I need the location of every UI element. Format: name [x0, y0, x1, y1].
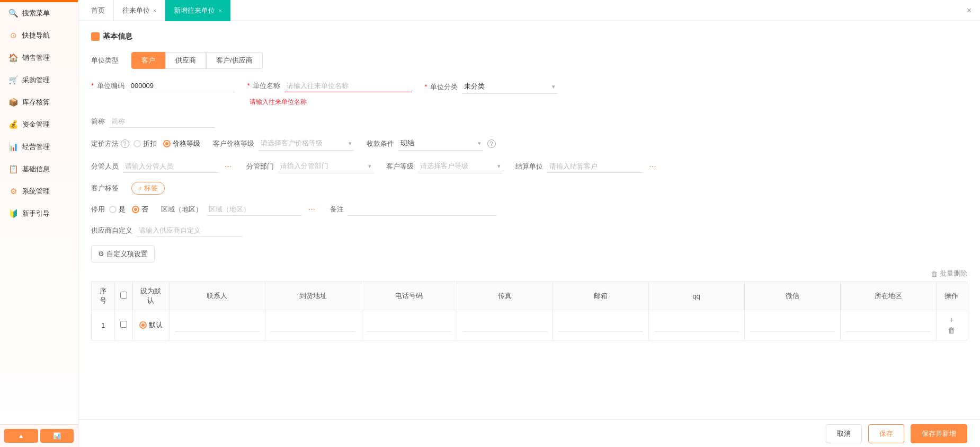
tag-add-btn[interactable]: + 标签 [131, 182, 165, 195]
window-close-btn[interactable]: × [963, 6, 976, 15]
remark-input[interactable] [348, 203, 496, 216]
main-area: 首页 往来单位 × 新增往来单位 × × 基本信息 单位类型 客户 供应商 客户… [78, 0, 980, 447]
tab-partners-close[interactable]: × [153, 7, 156, 14]
disabled-yes-radio[interactable] [109, 206, 117, 213]
tab-new-partner-close[interactable]: × [218, 7, 221, 14]
settlement-unit-more-btn[interactable]: ··· [647, 162, 658, 171]
sidebar-item-sales[interactable]: 🏠 销售管理 [0, 47, 78, 69]
pricing-discount-radio[interactable] [133, 140, 141, 147]
payment-terms-select[interactable]: 现结 ▾ [398, 136, 483, 151]
cell-contact[interactable] [169, 310, 265, 340]
sales-icon: 🏠 [8, 53, 18, 63]
sidebar-item-label: 快捷导航 [22, 31, 50, 40]
pricing-method-field: 定价方法 ? 折扣 价格等级 [91, 139, 200, 148]
sidebar-item-operations[interactable]: 📊 经营管理 [0, 136, 78, 158]
sidebar-collapse-btn[interactable]: ▲ [4, 429, 38, 443]
department-select[interactable]: 请输入分管部门 ▾ [278, 159, 373, 173]
short-name-input[interactable] [109, 115, 215, 128]
col-default: 设为默认 [133, 282, 169, 310]
tab-partners[interactable]: 往来单位 × [114, 0, 165, 21]
disabled-field: 停用 是 否 [91, 205, 148, 214]
cell-address[interactable] [265, 310, 361, 340]
cell-phone[interactable] [361, 310, 457, 340]
tab-home[interactable]: 首页 [83, 0, 114, 21]
payment-terms-help-icon[interactable]: ? [487, 139, 496, 148]
name-input[interactable] [284, 80, 412, 92]
disabled-no-option[interactable]: 否 [132, 205, 148, 214]
cell-wechat[interactable] [744, 310, 840, 340]
row-delete-btn[interactable]: 🗑 [946, 325, 957, 336]
region-field: 区域（地区） ··· [161, 203, 317, 216]
settlement-unit-input[interactable] [547, 160, 643, 173]
disabled-no-radio[interactable] [132, 206, 139, 213]
row-default-radio[interactable] [139, 321, 147, 329]
footer-bar: 取消 保存 保存并新增 [78, 419, 980, 447]
name-error-msg: 请输入往来单位名称 [250, 98, 307, 107]
fax-input[interactable] [462, 319, 547, 331]
customer-price-level-chevron-icon: ▾ [349, 140, 352, 147]
cell-region[interactable] [840, 310, 936, 340]
code-input[interactable] [129, 80, 235, 92]
cell-email[interactable] [553, 310, 648, 340]
supplier-custom-input[interactable] [137, 224, 243, 237]
batch-delete-btn[interactable]: 🗑 批量删除 [931, 269, 967, 278]
section-icon [91, 32, 100, 41]
sidebar-item-search[interactable]: 🔍 搜索菜单 [0, 2, 78, 24]
category-select[interactable]: 未分类 ▾ [462, 80, 557, 94]
sidebar-item-finance[interactable]: 💰 资金管理 [0, 113, 78, 136]
manager-more-btn[interactable]: ··· [222, 162, 234, 171]
sidebar-item-purchase[interactable]: 🛒 采购管理 [0, 69, 78, 91]
cell-default: 默认 [133, 310, 169, 340]
region-more-btn[interactable]: ··· [306, 205, 317, 214]
cell-actions: + 🗑 [936, 310, 967, 340]
sidebar-item-inventory[interactable]: 📦 库存核算 [0, 91, 78, 113]
customer-level-select[interactable]: 请选择客户等级 ▾ [418, 159, 503, 173]
tab-new-partner[interactable]: 新增往来单位 × [165, 0, 230, 21]
payment-terms-chevron-icon: ▾ [478, 140, 481, 147]
unit-type-customer-btn[interactable]: 客户 [131, 52, 165, 69]
pricing-level-radio[interactable] [163, 140, 171, 147]
payment-terms-label: 收款条件 [367, 139, 394, 148]
sidebar-stats-btn[interactable]: 📊 [40, 429, 74, 443]
unit-type-supplier-btn[interactable]: 供应商 [165, 52, 206, 69]
row-region-input[interactable] [846, 319, 931, 331]
qq-input[interactable] [654, 319, 739, 331]
cancel-button[interactable]: 取消 [826, 424, 862, 443]
sidebar-item-label: 基础信息 [22, 164, 50, 174]
pricing-level-option[interactable]: 价格等级 [163, 139, 200, 148]
region-input[interactable] [207, 203, 302, 216]
select-all-checkbox[interactable] [120, 292, 127, 299]
sidebar-item-guide[interactable]: 🔰 新手引导 [0, 203, 78, 225]
email-input[interactable] [558, 319, 643, 331]
pricing-discount-option[interactable]: 折扣 [133, 139, 157, 148]
address-input[interactable] [271, 319, 355, 331]
wechat-input[interactable] [750, 319, 835, 331]
sidebar-item-system[interactable]: ⚙ 系统管理 [0, 180, 78, 203]
row-add-btn[interactable]: + [947, 314, 956, 325]
phone-input[interactable] [367, 319, 451, 331]
manager-input[interactable] [123, 160, 218, 173]
sidebar-item-basics[interactable]: 📋 基础信息 [0, 158, 78, 180]
cell-fax[interactable] [457, 310, 553, 340]
custom-settings-btn[interactable]: ⚙ 自定义项设置 [91, 246, 155, 262]
category-label: * 单位分类 [424, 82, 458, 92]
tab-home-label: 首页 [91, 6, 105, 15]
department-chevron-icon: ▾ [368, 163, 371, 170]
save-new-button[interactable]: 保存并新增 [911, 424, 967, 443]
disabled-radio-group: 是 否 [109, 205, 148, 214]
cell-qq[interactable] [648, 310, 744, 340]
contact-input[interactable] [175, 319, 260, 331]
sidebar-item-quick-nav[interactable]: ⊙ 快捷导航 [0, 24, 78, 47]
save-button[interactable]: 保存 [868, 424, 904, 443]
disabled-yes-option[interactable]: 是 [109, 205, 126, 214]
unit-type-both-btn[interactable]: 客户/供应商 [206, 52, 263, 69]
department-field: 分管部门 请输入分管部门 ▾ [246, 159, 373, 173]
cell-checkbox [115, 310, 133, 340]
pricing-row: 定价方法 ? 折扣 价格等级 客户价格等级 [91, 136, 967, 151]
customer-price-level-select[interactable]: 请选择客户价格等级 ▾ [259, 136, 354, 151]
name-field-wrapper: * 单位名称 请输入往来单位名称 [247, 80, 412, 107]
unit-type-label: 单位类型 [91, 56, 119, 65]
row-checkbox[interactable] [120, 321, 127, 328]
name-required: * [247, 82, 250, 90]
pricing-help-icon[interactable]: ? [121, 139, 129, 148]
